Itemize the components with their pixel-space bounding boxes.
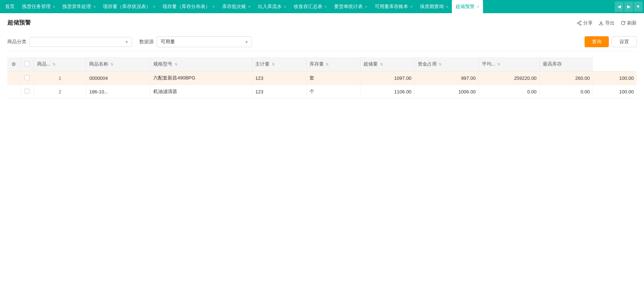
- sort-icon: ⇅: [175, 62, 178, 66]
- row-settings: [7, 71, 21, 85]
- close-icon[interactable]: ×: [212, 4, 215, 9]
- row-avg: 260.00: [540, 71, 593, 85]
- page-header: 超储预警 分享 导出 刷新: [7, 19, 637, 27]
- row-unit: 套: [306, 71, 361, 85]
- sort-icon: ⇅: [110, 62, 113, 66]
- data-table: ⚙ 商品... ⇅ 商品名称 ⇅ 规格型号 ⇅ 主计量: [7, 57, 637, 99]
- th-product-name[interactable]: 商品名称 ⇅: [86, 57, 150, 71]
- nav-next-button[interactable]: ▶: [624, 1, 633, 12]
- settings-icon[interactable]: ⚙: [11, 61, 16, 67]
- sort-icon: ⇅: [52, 62, 55, 66]
- nav-available[interactable]: 可用量库存账本 ×: [371, 0, 416, 13]
- refresh-icon: [621, 21, 626, 26]
- datasource-value: 可用量: [161, 38, 243, 45]
- close-icon[interactable]: ×: [446, 4, 448, 9]
- nav-bar: 首页 拣货任务管理 × 拣货异常处理 × 现存量（库存状况表） × 现存量（库存…: [0, 0, 644, 13]
- nav-order-stat[interactable]: 要货单统计表 ×: [330, 0, 371, 13]
- row-spec: 123: [252, 85, 307, 99]
- datasource-select[interactable]: 可用量 ▾: [157, 36, 252, 47]
- sort-icon: ⇅: [272, 62, 275, 66]
- nav-overstock[interactable]: 超储预警 ×: [452, 0, 483, 13]
- row-product-code: 186-10...: [86, 85, 150, 99]
- category-filter-group: 商品分类 ▾: [7, 37, 132, 47]
- row-checkbox[interactable]: [25, 75, 30, 80]
- row-checkbox-cell: [21, 71, 34, 85]
- th-gear: ⚙: [7, 57, 21, 71]
- query-button[interactable]: 查询: [585, 36, 609, 47]
- close-icon[interactable]: ×: [93, 4, 95, 9]
- th-product-code[interactable]: 商品... ⇅: [34, 57, 86, 71]
- page-title: 超储预警: [7, 19, 31, 27]
- th-avg[interactable]: 平均... ⇅: [479, 57, 539, 71]
- row-unit: 个: [306, 85, 361, 99]
- nav-prev-button[interactable]: ◀: [615, 1, 623, 12]
- filter-buttons: 查询 设置: [585, 36, 637, 47]
- th-over-stock[interactable]: 超储量 ⇅: [361, 57, 415, 71]
- row-max-stock: 100.00: [593, 71, 637, 85]
- nav-stock-status[interactable]: 现存量（库存状况表） ×: [99, 0, 159, 13]
- row-capital: 0.00: [479, 85, 539, 99]
- th-max-stock[interactable]: 最高库存: [540, 57, 593, 71]
- row-spec: 123: [252, 71, 307, 85]
- row-over-stock: 997.00: [414, 71, 479, 85]
- chevron-down-icon: ▾: [125, 39, 128, 45]
- nav-quality[interactable]: 保质期查询 ×: [416, 0, 452, 13]
- row-over-stock: 1006.00: [414, 85, 479, 99]
- nav-batch[interactable]: 库存批次账 ×: [219, 0, 254, 13]
- row-product-name: 六配套新昌490BPG: [150, 71, 252, 85]
- select-all-checkbox[interactable]: [25, 61, 30, 66]
- th-unit[interactable]: 主计量 ⇅: [252, 57, 307, 71]
- close-icon[interactable]: ×: [325, 4, 327, 9]
- sort-icon: ⇅: [439, 62, 442, 66]
- chevron-down-icon: ▾: [245, 39, 248, 45]
- close-icon[interactable]: ×: [284, 4, 286, 9]
- export-icon: [599, 21, 604, 26]
- th-stock[interactable]: 库存量 ⇅: [306, 57, 361, 71]
- row-settings: [7, 85, 21, 99]
- th-spec[interactable]: 规格型号 ⇅: [150, 57, 252, 71]
- datasource-filter-group: 数据源 可用量 ▾: [139, 36, 252, 47]
- nav-flow[interactable]: 出入库流水 ×: [254, 0, 290, 13]
- row-stock: 1106.00: [361, 85, 415, 99]
- row-product-code: 0000004: [86, 71, 150, 85]
- nav-stock-dist[interactable]: 现存量（库存分布表） ×: [159, 0, 218, 13]
- sort-icon: ⇅: [326, 62, 329, 66]
- refresh-action[interactable]: 刷新: [621, 20, 637, 26]
- close-icon[interactable]: ×: [248, 4, 250, 9]
- header-actions: 分享 导出 刷新: [577, 20, 637, 26]
- nav-exception[interactable]: 拣货异常处理 ×: [59, 0, 99, 13]
- close-icon[interactable]: ×: [153, 4, 155, 9]
- row-checkbox[interactable]: [25, 89, 30, 94]
- row-avg: 0.00: [540, 85, 593, 99]
- close-icon[interactable]: ×: [365, 4, 367, 9]
- share-icon: [577, 21, 582, 26]
- category-select[interactable]: ▾: [29, 37, 132, 47]
- close-icon[interactable]: ×: [410, 4, 413, 9]
- row-stock: 1097.00: [361, 71, 415, 85]
- page-container: 超储预警 分享 导出 刷新 商品: [0, 13, 644, 293]
- sort-icon: ⇅: [380, 62, 383, 66]
- filter-bar: 商品分类 ▾ 数据源 可用量 ▾ 查询 设置: [7, 33, 637, 51]
- row-product-name: 机油滤清器: [150, 85, 252, 99]
- nav-home[interactable]: 首页: [1, 0, 18, 13]
- table-header-row: ⚙ 商品... ⇅ 商品名称 ⇅ 规格型号 ⇅ 主计量: [7, 57, 637, 71]
- row-max-stock: 100.00: [593, 85, 637, 99]
- row-checkbox-cell: [21, 85, 34, 99]
- set-button[interactable]: 设置: [612, 36, 637, 47]
- close-icon[interactable]: ×: [477, 4, 479, 9]
- nav-task-manage[interactable]: 拣货任务管理 ×: [18, 0, 59, 13]
- close-icon[interactable]: ×: [53, 4, 55, 9]
- category-label: 商品分类: [7, 38, 26, 45]
- datasource-label: 数据源: [139, 38, 154, 45]
- export-action[interactable]: 导出: [599, 20, 615, 26]
- row-index: 2: [34, 85, 86, 99]
- nav-menu-button[interactable]: ▼: [634, 1, 643, 12]
- nav-summary[interactable]: 收发存汇总表 ×: [290, 0, 330, 13]
- table-row: 2 186-10... 机油滤清器 123 个 1106.00 1006.00 …: [7, 85, 637, 99]
- th-capital[interactable]: 资金占用 ⇅: [414, 57, 479, 71]
- table-row: 1 0000004 六配套新昌490BPG 123 套 1097.00 997.…: [7, 71, 637, 85]
- share-action[interactable]: 分享: [577, 20, 593, 26]
- row-index: 1: [34, 71, 86, 85]
- nav-arrows: ◀ ▶ ▼: [615, 1, 643, 12]
- th-checkbox: [21, 57, 34, 71]
